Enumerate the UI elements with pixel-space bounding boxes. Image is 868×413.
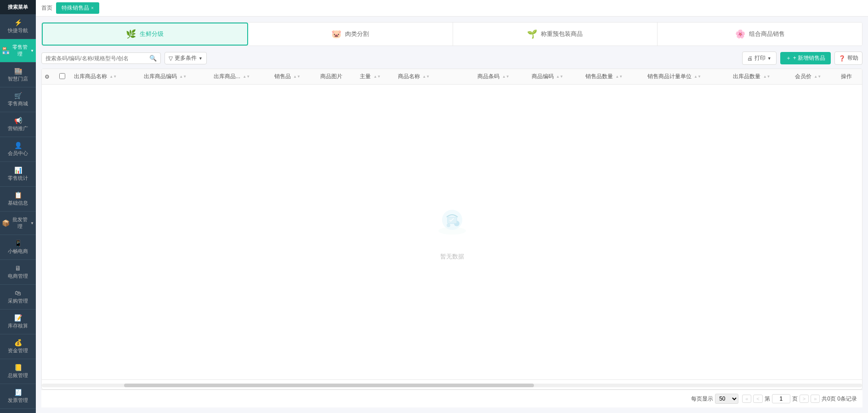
col-member-price[interactable]: 会员价 ▲▼ xyxy=(792,69,838,85)
help-label: 帮助 xyxy=(847,54,858,62)
page-size-select[interactable]: 10 20 50 100 xyxy=(715,394,738,404)
search-box[interactable]: 🔍 xyxy=(41,52,161,64)
sort-icon: ▲▼ xyxy=(422,75,430,79)
sidebar-item-wholesale[interactable]: 📦 批发管理 ▼ xyxy=(0,212,36,235)
sidebar-item-member[interactable]: 👤 会员中心 xyxy=(0,137,36,162)
select-all-checkbox[interactable] xyxy=(59,73,65,79)
help-button[interactable]: ❓ 帮助 xyxy=(834,52,862,65)
sort-icon: ▲▼ xyxy=(293,75,301,79)
member-icon: 👤 xyxy=(14,142,22,149)
next-page-button[interactable]: > xyxy=(800,395,809,403)
sidebar-item-retail-mgmt[interactable]: 🏪 零售管理 ▼ xyxy=(0,39,36,63)
horizontal-scrollbar[interactable] xyxy=(42,384,862,387)
col-sale-qty[interactable]: 销售品数量 ▲▼ xyxy=(583,69,645,85)
sidebar-item-retail-mall[interactable]: 🛒 零售商城 xyxy=(0,87,36,112)
toolbar: 🔍 ▽ 更多条件 ▼ 🖨 打印 ▼ ＋ + 新增销售品 xyxy=(41,52,862,65)
print-chevron-icon: ▼ xyxy=(767,56,772,61)
ecommerce-icon: 🖥 xyxy=(15,264,21,272)
sidebar-item-label: 资金管理 xyxy=(8,347,28,354)
col-image-label: 商品图片 xyxy=(320,73,342,80)
filter-icon: ▽ xyxy=(169,55,173,62)
current-page-input[interactable] xyxy=(772,394,790,403)
col-image: 商品图片 xyxy=(318,69,357,85)
col-member-price-label: 会员价 xyxy=(795,73,811,80)
last-page-button[interactable]: » xyxy=(811,395,820,403)
col-main-weight[interactable]: 主量 ▲▼ xyxy=(357,69,395,85)
toolbar-left: 🔍 ▽ 更多条件 ▼ xyxy=(41,52,207,64)
col-out-qty[interactable]: 出库品数量 ▲▼ xyxy=(730,69,792,85)
col-product-name[interactable]: 商品名称 ▲▼ xyxy=(395,69,475,85)
sidebar-item-mini-shop[interactable]: 📱 小畅电商 xyxy=(0,235,36,260)
sidebar-item-smart-store[interactable]: 🏬 智慧门店 xyxy=(0,63,36,87)
active-tab[interactable]: 特殊销售品 × xyxy=(56,2,99,14)
toolbar-right: 🖨 打印 ▼ ＋ + 新增销售品 ❓ 帮助 xyxy=(742,52,862,65)
cat-tab-fresh-label: 生鲜分级 xyxy=(140,30,164,38)
sidebar-item-quick-nav[interactable]: ⚡ 快捷导航 xyxy=(0,14,36,39)
sidebar-item-label: 库存核算 xyxy=(8,322,28,329)
page-size-label: 每页显示 xyxy=(691,395,713,403)
col-checkbox[interactable] xyxy=(57,69,71,85)
ledger-icon: 📒 xyxy=(14,364,22,371)
prev-page-button[interactable]: < xyxy=(753,395,762,403)
add-sale-item-button[interactable]: ＋ + 新增销售品 xyxy=(780,52,831,64)
retail-stats-icon: 📊 xyxy=(14,166,22,174)
marketing-icon: 📢 xyxy=(14,117,22,124)
first-page-button[interactable]: « xyxy=(742,395,751,403)
svg-point-2 xyxy=(447,224,450,227)
active-tab-label: 特殊销售品 xyxy=(62,4,89,12)
col-sale-unit-label: 销售商品计量单位 xyxy=(647,73,692,80)
sidebar-item-label: 快捷导航 xyxy=(8,27,28,34)
col-sale-item[interactable]: 销售品 ▲▼ xyxy=(272,69,318,85)
sidebar-item-label: 采购管理 xyxy=(8,298,28,304)
col-out-qty-label: 出库品数量 xyxy=(733,73,760,80)
col-main-weight-label: 主量 xyxy=(360,73,371,80)
sidebar-item-ledger[interactable]: 📒 总账管理 xyxy=(0,359,36,384)
search-input[interactable] xyxy=(45,55,148,62)
sidebar-item-label: 基础信息 xyxy=(8,200,28,206)
col-out-name[interactable]: 出库商品名称 ▲▼ xyxy=(71,69,141,85)
topbar: 首页 特殊销售品 × xyxy=(36,0,868,17)
cat-tab-meat[interactable]: 🐷 肉类分割 xyxy=(248,23,453,46)
table-header-row: ⚙ 出库商品名称 ▲▼ 出库商品编码 ▲▼ xyxy=(42,69,862,85)
tab-close-icon[interactable]: × xyxy=(91,6,94,11)
sidebar-item-invoice[interactable]: 🧾 发票管理 xyxy=(0,384,36,409)
sidebar-item-label: 智慧门店 xyxy=(8,75,28,82)
col-product-code[interactable]: 商品编码 ▲▼ xyxy=(529,69,583,85)
col-out-spec[interactable]: 出库商品... ▲▼ xyxy=(211,69,272,85)
sidebar-item-tax[interactable]: 📋 税务管理 xyxy=(0,409,36,413)
add-icon: ＋ xyxy=(786,54,791,62)
sidebar-item-retail-stats[interactable]: 📊 零售统计 xyxy=(0,162,36,187)
main-area: 首页 特殊销售品 × 🌿 生鲜分级 🐷 肉类分割 🌱 称重预包装商品 🌸 组合商 xyxy=(36,0,868,413)
print-label: 打印 xyxy=(755,54,766,62)
content-area: 🌿 生鲜分级 🐷 肉类分割 🌱 称重预包装商品 🌸 组合商品销售 🔍 xyxy=(36,17,868,413)
cat-tab-weight-label: 称重预包装商品 xyxy=(541,30,583,38)
cat-tab-fresh[interactable]: 🌿 生鲜分级 xyxy=(42,23,248,46)
sidebar-item-finance[interactable]: 💰 资金管理 xyxy=(0,334,36,359)
filter-button[interactable]: ▽ 更多条件 ▼ xyxy=(165,52,207,64)
sidebar-item-purchase[interactable]: 🛍 采购管理 xyxy=(0,285,36,310)
invoice-icon: 🧾 xyxy=(14,389,22,396)
sidebar-item-label: 小畅电商 xyxy=(8,248,28,255)
sidebar-item-basic-info[interactable]: 📋 基础信息 xyxy=(0,187,36,212)
printer-icon: 🖨 xyxy=(747,55,753,62)
cat-tab-combo[interactable]: 🌸 组合商品销售 xyxy=(658,23,862,46)
sort-icon: ▲▼ xyxy=(374,75,381,79)
sidebar-item-label: 营销推广 xyxy=(8,125,28,132)
print-button[interactable]: 🖨 打印 ▼ xyxy=(742,52,777,65)
col-out-code[interactable]: 出库商品编码 ▲▼ xyxy=(141,69,211,85)
filter-label: 更多条件 xyxy=(175,54,197,62)
sidebar-item-marketing[interactable]: 📢 营销推广 xyxy=(0,112,36,137)
data-table: ⚙ 出库商品名称 ▲▼ 出库商品编码 ▲▼ xyxy=(41,69,862,390)
col-action: 操作 xyxy=(838,69,862,85)
col-settings[interactable]: ⚙ xyxy=(42,69,57,85)
basic-info-icon: 📋 xyxy=(14,191,22,199)
sort-icon: ▲▼ xyxy=(109,75,117,79)
sidebar-item-ecommerce[interactable]: 🖥 电商管理 xyxy=(0,260,36,285)
sidebar-item-inventory[interactable]: 📝 库存核算 xyxy=(0,310,36,334)
col-product-name-label: 商品名称 xyxy=(398,73,420,80)
col-sale-unit[interactable]: 销售商品计量单位 ▲▼ xyxy=(645,69,731,85)
cat-tab-weight[interactable]: 🌱 称重预包装商品 xyxy=(453,23,658,46)
home-breadcrumb[interactable]: 首页 xyxy=(41,4,52,12)
col-barcode[interactable]: 商品条码 ▲▼ xyxy=(475,69,528,85)
sidebar: 搜索菜单 ⚡ 快捷导航 🏪 零售管理 ▼ 🏬 智慧门店 🛒 零售商城 📢 营销推… xyxy=(0,0,36,413)
